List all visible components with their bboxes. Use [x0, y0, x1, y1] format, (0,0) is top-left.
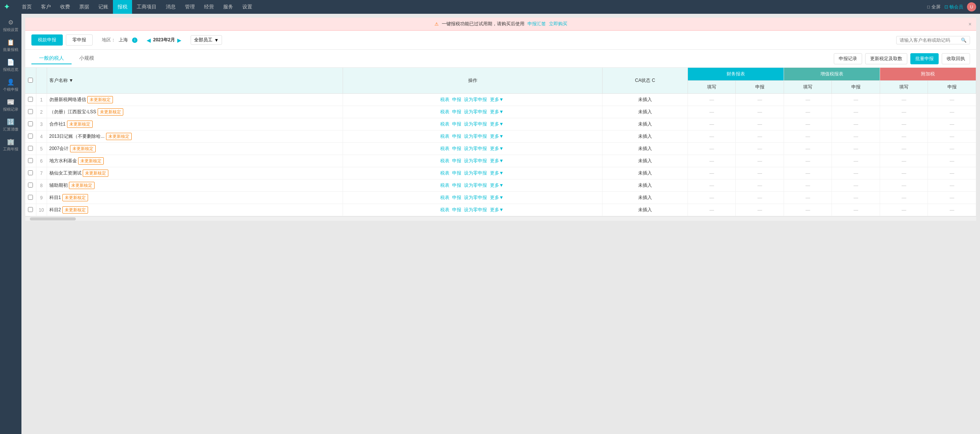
- btn-batch-declare[interactable]: 批量申报: [910, 53, 939, 64]
- op-declare[interactable]: 申报: [452, 97, 461, 102]
- op-zero-declare[interactable]: 设为零申报: [464, 146, 487, 151]
- op-declare[interactable]: 申报: [452, 146, 461, 151]
- op-declare[interactable]: 申报: [452, 121, 461, 127]
- op-more[interactable]: 更多▼: [490, 207, 504, 212]
- row-finance-fill: —: [688, 143, 736, 155]
- sidebar-item-settlement[interactable]: 🔢 汇算清缴: [0, 115, 21, 135]
- op-tax-table[interactable]: 税表: [440, 158, 449, 163]
- op-tax-table[interactable]: 税表: [440, 134, 449, 139]
- staff-select[interactable]: 全部员工 ▼: [191, 35, 222, 45]
- row-checkbox-4[interactable]: [28, 146, 33, 151]
- row-checkbox-9[interactable]: [28, 207, 33, 212]
- row-checkbox-7[interactable]: [28, 183, 33, 188]
- row-checkbox-6[interactable]: [28, 170, 33, 175]
- member-btn[interactable]: ⊡ 畅会员: [944, 4, 963, 10]
- th-added-tax-fill: 填写: [880, 81, 928, 94]
- row-checkbox-0[interactable]: [28, 97, 33, 102]
- op-zero-declare[interactable]: 设为零申报: [464, 134, 487, 139]
- nav-business[interactable]: 工商项目: [132, 0, 161, 14]
- row-checkbox-8[interactable]: [28, 195, 33, 200]
- nav-bookkeeping[interactable]: 记账: [94, 0, 113, 14]
- op-zero-declare[interactable]: 设为零申报: [464, 158, 487, 163]
- op-declare[interactable]: 申报: [452, 109, 461, 114]
- nav-message[interactable]: 消息: [161, 0, 180, 14]
- nav-service[interactable]: 服务: [219, 0, 238, 14]
- row-checkbox-2[interactable]: [28, 121, 33, 126]
- op-declare[interactable]: 申报: [452, 207, 461, 212]
- tab-general-taxpayer[interactable]: 一般的税人: [31, 53, 72, 64]
- op-zero-declare[interactable]: 设为零申报: [464, 97, 487, 102]
- op-more[interactable]: 更多▼: [490, 158, 504, 163]
- select-all-checkbox[interactable]: [28, 78, 33, 83]
- sidebar-item-annual-report[interactable]: 🏢 工商年报: [0, 135, 21, 155]
- op-more[interactable]: 更多▼: [490, 183, 504, 188]
- op-declare[interactable]: 申报: [452, 170, 461, 176]
- fullscreen-btn[interactable]: □ 全屏: [927, 4, 941, 10]
- nav-home[interactable]: 首页: [17, 0, 36, 14]
- nav-settings[interactable]: 设置: [238, 0, 257, 14]
- op-zero-declare[interactable]: 设为零申报: [464, 195, 487, 200]
- sidebar-item-personal-tax[interactable]: 👤 个税申报: [0, 75, 21, 95]
- row-client-name: 合作社1 未更新核定: [47, 118, 343, 131]
- notice-link-report[interactable]: 申报汇签: [528, 21, 546, 27]
- notice-link-buy[interactable]: 立即购买: [549, 21, 567, 27]
- op-declare[interactable]: 申报: [452, 183, 461, 188]
- btn-update-tax[interactable]: 更新税定及取数: [865, 53, 907, 64]
- sidebar-item-tax-record[interactable]: 📰 报税记录: [0, 95, 21, 115]
- op-more[interactable]: 更多▼: [490, 109, 504, 114]
- op-declare[interactable]: 申报: [452, 158, 461, 163]
- notice-close-btn[interactable]: ×: [969, 21, 972, 27]
- row-checkbox-5[interactable]: [28, 158, 33, 163]
- op-more[interactable]: 更多▼: [490, 97, 504, 102]
- op-more[interactable]: 更多▼: [490, 134, 504, 139]
- search-input[interactable]: [900, 38, 961, 43]
- sidebar-item-tax-overview[interactable]: 📄 报税总览: [0, 55, 21, 75]
- op-tax-table[interactable]: 税表: [440, 97, 449, 102]
- op-more[interactable]: 更多▼: [490, 195, 504, 200]
- calc-icon: 🔢: [7, 118, 15, 126]
- info-icon[interactable]: i: [132, 38, 137, 43]
- op-zero-declare[interactable]: 设为零申报: [464, 207, 487, 212]
- op-zero-declare[interactable]: 设为零申报: [464, 170, 487, 176]
- sidebar-label-tax-settings: 报税设置: [3, 27, 18, 33]
- tab-tax-declaration[interactable]: 税款申报: [31, 34, 63, 46]
- row-added-tax-fill: —: [880, 94, 928, 106]
- nav-client[interactable]: 客户: [36, 0, 56, 14]
- op-more[interactable]: 更多▼: [490, 170, 504, 176]
- row-tax-return-report: —: [832, 118, 880, 131]
- nav-invoice[interactable]: 票据: [75, 0, 94, 14]
- btn-collect-receipt[interactable]: 收取回执: [942, 53, 970, 64]
- op-zero-declare[interactable]: 设为零申报: [464, 121, 487, 127]
- op-more[interactable]: 更多▼: [490, 121, 504, 127]
- date-prev-btn[interactable]: ◀: [147, 37, 151, 43]
- op-zero-declare[interactable]: 设为零申报: [464, 109, 487, 114]
- table-wrap: 客户名称 ▼ 操作 CA状态 C 财务报表 增值税报表 附加税 填写 申报 填写: [25, 68, 976, 216]
- nav-operation[interactable]: 经营: [199, 0, 219, 14]
- nav-manage[interactable]: 管理: [180, 0, 199, 14]
- btn-declaration-record[interactable]: 申报记录: [834, 53, 862, 64]
- op-zero-declare[interactable]: 设为零申报: [464, 183, 487, 188]
- row-checkbox-1[interactable]: [28, 109, 33, 114]
- op-declare[interactable]: 申报: [452, 195, 461, 200]
- search-icon[interactable]: 🔍: [961, 38, 967, 43]
- op-tax-table[interactable]: 税表: [440, 170, 449, 176]
- op-tax-table[interactable]: 税表: [440, 109, 449, 114]
- sidebar-item-tax-settings[interactable]: ⚙ 报税设置: [0, 16, 21, 36]
- tab-small-scale[interactable]: 小规模: [72, 53, 102, 64]
- op-tax-table[interactable]: 税表: [440, 183, 449, 188]
- tab-zero-declaration[interactable]: 零申报: [66, 34, 93, 46]
- op-tax-table[interactable]: 税表: [440, 195, 449, 200]
- date-next-btn[interactable]: ▶: [177, 37, 181, 43]
- op-tax-table[interactable]: 税表: [440, 121, 449, 127]
- row-finance-report: —: [736, 192, 784, 204]
- nav-tax[interactable]: 报税: [113, 0, 132, 14]
- nav-fee[interactable]: 收费: [56, 0, 75, 14]
- sidebar-item-batch-tax[interactable]: 📋 批量报税: [0, 36, 21, 55]
- th-ca-status: CA状态 C: [603, 68, 688, 94]
- op-tax-table[interactable]: 税表: [440, 146, 449, 151]
- op-more[interactable]: 更多▼: [490, 146, 504, 151]
- op-tax-table[interactable]: 税表: [440, 207, 449, 212]
- op-declare[interactable]: 申报: [452, 134, 461, 139]
- row-checkbox-3[interactable]: [28, 134, 33, 139]
- avatar[interactable]: U: [967, 2, 976, 11]
